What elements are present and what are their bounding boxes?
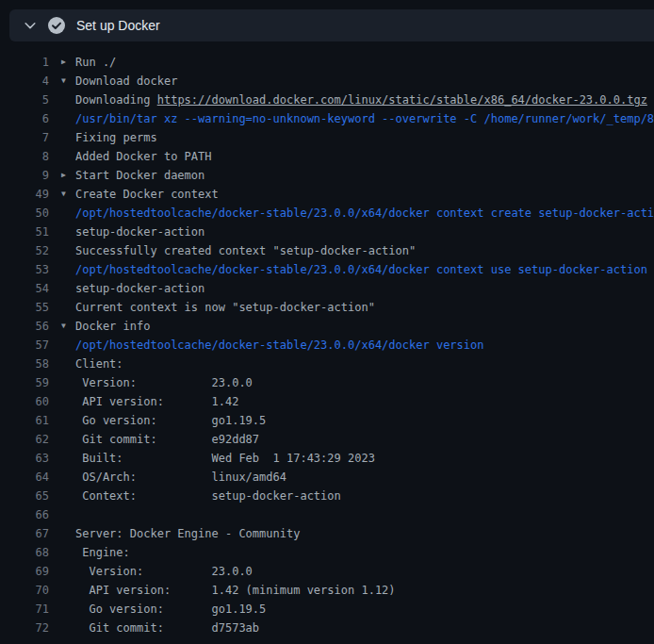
line-text: Create Docker context <box>75 185 654 204</box>
line-text: API version: 1.42 (minimum version 1.12) <box>75 581 654 600</box>
marker-spacer <box>49 279 75 298</box>
marker-spacer <box>49 128 75 147</box>
line-number[interactable]: 5 <box>0 91 49 109</box>
line-number[interactable]: 54 <box>0 279 49 298</box>
line-number[interactable]: 6 <box>0 109 49 128</box>
line-text: Added Docker to PATH <box>75 147 654 166</box>
log-line-row: 6/usr/bin/tar xz --warning=no-unknown-ke… <box>0 109 654 128</box>
line-number[interactable]: 63 <box>0 449 49 468</box>
line-number[interactable]: 56 <box>0 317 49 336</box>
log-text: Run ./ <box>75 56 116 69</box>
log-line-row: 60 API version: 1.42 <box>0 392 654 411</box>
command-text: /opt/hostedtoolcache/docker-stable/23.0.… <box>75 206 654 220</box>
log-text: Client: <box>75 357 123 371</box>
log-line-row: 58Client: <box>0 355 654 373</box>
log-text: Go version: go1.19.5 <box>75 603 266 616</box>
line-number[interactable]: 67 <box>0 524 49 543</box>
line-number[interactable]: 64 <box>0 468 49 487</box>
line-text: Engine: <box>75 543 654 562</box>
log-line-row: 53/opt/hostedtoolcache/docker-stable/23.… <box>0 260 654 279</box>
line-number[interactable]: 70 <box>0 581 49 600</box>
line-number[interactable]: 55 <box>0 298 49 317</box>
line-number[interactable]: 9 <box>0 166 49 185</box>
marker-spacer <box>49 298 75 317</box>
url-link[interactable]: https://download.docker.com/linux/static… <box>157 93 647 107</box>
line-number[interactable]: 1 <box>0 53 49 72</box>
log-text: API version: 1.42 <box>75 395 238 408</box>
marker-spacer <box>49 147 75 166</box>
log-group-row: 56▼Docker info <box>0 317 654 336</box>
line-number[interactable]: 68 <box>0 543 49 562</box>
line-text: Built: Wed Feb 1 17:43:29 2023 <box>75 449 654 468</box>
log-line-row: 68 Engine: <box>0 543 654 562</box>
line-number[interactable]: 65 <box>0 487 49 505</box>
line-text: Download docker <box>75 72 654 91</box>
chevron-down-icon[interactable] <box>23 18 38 33</box>
triangle-down-icon[interactable]: ▼ <box>49 72 75 91</box>
log-line-row: 54setup-docker-action <box>0 279 654 298</box>
log-text: Built: Wed Feb 1 17:43:29 2023 <box>75 452 375 465</box>
triangle-down-icon[interactable]: ▼ <box>49 185 75 204</box>
line-text: Run ./ <box>75 53 654 72</box>
line-number[interactable]: 71 <box>0 600 49 619</box>
log-line-row: 55Current context is now "setup-docker-a… <box>0 298 654 317</box>
line-number[interactable]: 50 <box>0 204 49 223</box>
line-number[interactable]: 72 <box>0 619 49 637</box>
line-number[interactable]: 4 <box>0 72 49 91</box>
marker-spacer <box>49 430 75 449</box>
line-number[interactable]: 8 <box>0 147 49 166</box>
log-text: Download docker <box>75 74 177 88</box>
log-line-row: 59 Version: 23.0.0 <box>0 373 654 392</box>
line-number[interactable]: 66 <box>0 505 49 524</box>
log-text: Current context is now "setup-docker-act… <box>75 301 375 314</box>
line-number[interactable]: 62 <box>0 430 49 449</box>
line-number[interactable]: 58 <box>0 355 49 373</box>
line-text <box>75 505 654 524</box>
line-number[interactable]: 51 <box>0 223 49 241</box>
marker-spacer <box>49 91 75 109</box>
marker-spacer <box>49 524 75 543</box>
line-number[interactable]: 52 <box>0 241 49 260</box>
step-title: Set up Docker <box>76 18 160 33</box>
log-text: Version: 23.0.0 <box>75 376 253 389</box>
marker-spacer <box>49 600 75 619</box>
log-text: setup-docker-action <box>75 225 204 239</box>
triangle-right-icon[interactable]: ▶ <box>49 166 75 185</box>
line-text: Client: <box>75 355 654 373</box>
log-line-row: 63 Built: Wed Feb 1 17:43:29 2023 <box>0 449 654 468</box>
line-text: Git commit: e92dd87 <box>75 430 654 449</box>
log-line-row: 61 Go version: go1.19.5 <box>0 411 654 430</box>
line-number[interactable]: 69 <box>0 562 49 581</box>
line-text: Successfully created context "setup-dock… <box>75 241 654 260</box>
log-line-row: 67Server: Docker Engine - Community <box>0 524 654 543</box>
line-text: Current context is now "setup-docker-act… <box>75 298 654 317</box>
marker-spacer <box>49 619 75 637</box>
log-text: Version: 23.0.0 <box>75 565 253 578</box>
line-text: /opt/hostedtoolcache/docker-stable/23.0.… <box>75 260 654 279</box>
log-text: OS/Arch: linux/amd64 <box>75 471 286 484</box>
line-number[interactable]: 7 <box>0 128 49 147</box>
log-line-row: 71 Go version: go1.19.5 <box>0 600 654 619</box>
triangle-down-icon[interactable]: ▼ <box>49 317 75 336</box>
triangle-right-icon[interactable]: ▶ <box>49 53 75 72</box>
step-header[interactable]: Set up Docker <box>9 9 654 41</box>
marker-spacer <box>49 543 75 562</box>
log-line-row: 64 OS/Arch: linux/amd64 <box>0 468 654 487</box>
line-number[interactable]: 57 <box>0 336 49 355</box>
line-number[interactable]: 59 <box>0 373 49 392</box>
marker-spacer <box>49 392 75 411</box>
command-text: /opt/hostedtoolcache/docker-stable/23.0.… <box>75 263 647 276</box>
log-text: Start Docker daemon <box>75 169 204 182</box>
log-viewer: 1▶Run ./4▼Download docker5Downloading ht… <box>0 44 654 637</box>
line-number[interactable]: 49 <box>0 185 49 204</box>
log-text: Git commit: d7573ab <box>75 621 259 635</box>
line-number[interactable]: 61 <box>0 411 49 430</box>
line-text: Fixing perms <box>75 128 654 147</box>
line-number[interactable]: 60 <box>0 392 49 411</box>
marker-spacer <box>49 581 75 600</box>
marker-spacer <box>49 505 75 524</box>
marker-spacer <box>49 355 75 373</box>
log-group-row: 4▼Download docker <box>0 72 654 91</box>
log-line-row: 50/opt/hostedtoolcache/docker-stable/23.… <box>0 204 654 223</box>
line-number[interactable]: 53 <box>0 260 49 279</box>
